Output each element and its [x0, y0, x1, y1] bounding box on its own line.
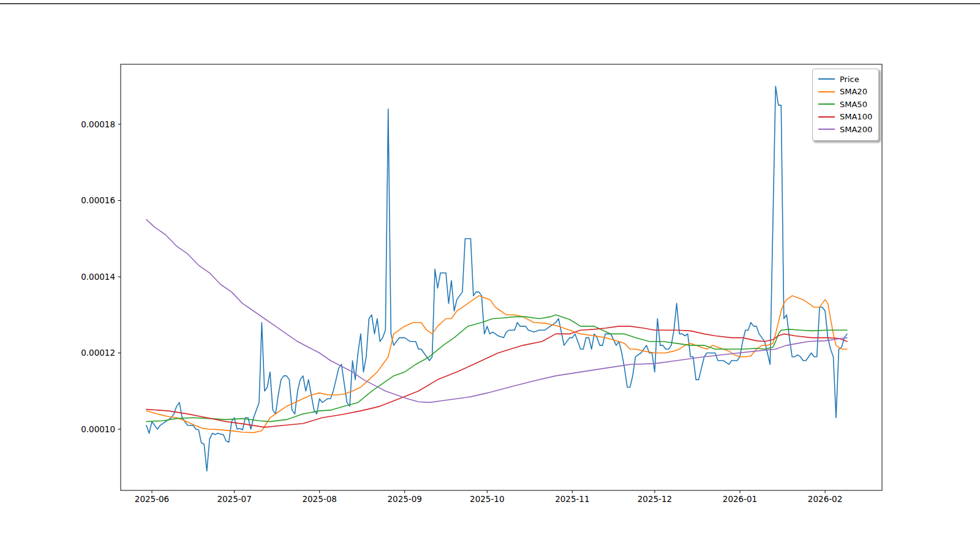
legend-line-sample	[818, 91, 835, 92]
series-line-sma100	[146, 326, 847, 427]
y-tick-label: 0.00012	[81, 348, 115, 358]
legend-item-sma20: SMA20	[818, 86, 872, 99]
legend-label: SMA100	[840, 113, 872, 121]
x-tick-label: 2026-01	[723, 494, 757, 504]
series-line-sma20	[146, 296, 847, 432]
legend-label: Price	[840, 75, 859, 83]
x-tick-label: 2025-09	[388, 494, 422, 504]
y-tick-label: 0.00010	[81, 424, 115, 434]
legend-line-sample	[818, 103, 835, 105]
x-tick-label: 2025-07	[217, 494, 251, 504]
legend-line-sample	[818, 129, 835, 130]
x-tick-label: 2025-10	[470, 494, 504, 504]
legend-label: SMA20	[840, 88, 867, 96]
legend-line-sample	[818, 116, 835, 118]
y-tick-label: 0.00014	[81, 272, 115, 282]
legend-label: SMA200	[840, 126, 872, 133]
legend-item-price: Price	[818, 73, 872, 86]
series-line-sma50	[146, 315, 847, 421]
legend-item-sma200: SMA200	[818, 123, 872, 136]
legend-label: SMA50	[840, 100, 867, 108]
x-tick-label: 2025-06	[135, 494, 169, 504]
series-line-price	[146, 86, 847, 471]
figure-window: 2025-062025-072025-082025-092025-102025-…	[0, 0, 980, 551]
x-tick-label: 2025-12	[638, 494, 672, 504]
y-tick-label: 0.00018	[81, 119, 115, 129]
x-tick-label: 2026-02	[808, 494, 842, 504]
legend-line-sample	[818, 78, 835, 80]
series-line-sma200	[146, 220, 847, 403]
legend: PriceSMA20SMA50SMA100SMA200	[812, 69, 879, 141]
x-tick-label: 2025-11	[555, 494, 589, 504]
y-tick-label: 0.00016	[81, 195, 115, 205]
legend-item-sma50: SMA50	[818, 98, 872, 111]
plot-area	[121, 64, 882, 490]
x-tick-label: 2025-08	[302, 494, 336, 504]
legend-item-sma100: SMA100	[818, 111, 872, 124]
